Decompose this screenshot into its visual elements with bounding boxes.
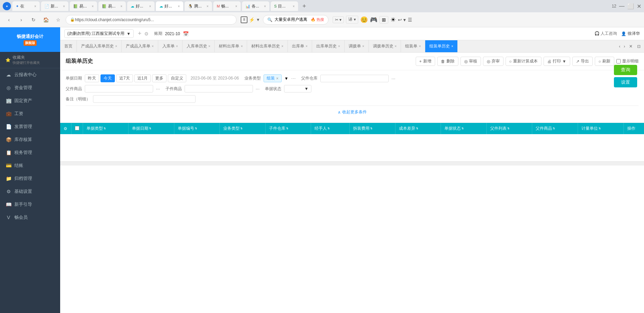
browser-tab-9[interactable]: 🐧 腾... × [185,1,212,11]
home-button[interactable]: 🏠 [41,15,51,25]
sidebar-item-inventory[interactable]: 📦 库存核算 [0,133,60,146]
tab-close-11[interactable]: × [264,4,266,8]
back-button[interactable]: ‹ [4,15,14,25]
tab-close-assembly[interactable]: × [419,44,421,48]
th-order-no[interactable]: 单据编号 ⇅ [174,123,220,134]
query-button[interactable]: 查询 [614,65,637,75]
translate-tool[interactable]: 译 ▾ [346,16,358,24]
tabs-expand-button[interactable]: ⊡ [635,40,643,53]
emoji-tool[interactable]: 😊 [360,16,368,24]
sidebar-item-archive[interactable]: 📁 归档管理 [0,172,60,185]
tab-close-prod-inbound[interactable]: × [152,44,154,48]
tabs-close-all-button[interactable]: × [627,40,634,53]
business-type-dropdown[interactable]: ▼ [284,76,289,81]
company-selector[interactable]: (勿删勿禁用) 江西服宝测试专用 ▼ [64,29,134,38]
calendar-icon[interactable]: 📅 [183,31,189,37]
tab-close-4[interactable]: × [120,4,122,8]
close-window-button[interactable]: ✕ [637,3,641,10]
child-goods-input[interactable] [185,85,253,93]
undo-tool[interactable]: ↩ ▾ [398,17,406,23]
address-bar[interactable]: 🔒 https://cloud.chanjet.com/accounting/u… [66,15,237,25]
th-unit[interactable]: 计量单位 ⇅ [578,123,623,134]
show-detail-checkbox[interactable]: 显示明细 [616,58,639,64]
show-detail-input[interactable] [616,59,621,63]
page-tab-inbound[interactable]: 入库单 × [158,40,183,53]
th-handler[interactable]: 经手人 ⇅ [311,123,350,134]
tab-close-12[interactable]: × [293,4,295,8]
delete-button[interactable]: 🗑 删除 [437,57,458,66]
page-tab-assembly-history[interactable]: 组装单历史 × [425,40,458,53]
collapse-button[interactable]: ∧ 收起更多条件 [338,107,367,117]
add-company-button[interactable]: + [138,30,142,37]
recalculate-button[interactable]: ○ 重新计算成本 [506,57,541,66]
browser-search-box[interactable]: 🔍 大量安卓用户逃离 🔥 热搜 [263,15,328,25]
parent-warehouse-dots[interactable]: ··· [391,76,395,81]
tab-close-3[interactable]: × [92,4,94,8]
tab-close-5[interactable]: × [149,4,151,8]
page-tab-outbound-history[interactable]: 出库单历史 × [312,40,345,53]
sidebar-item-cloud-report[interactable]: ☁ 云报表中心 [0,68,60,81]
sidebar-item-invoice[interactable]: 📄 发票管理 [0,120,60,133]
page-tab-production-inbound-history[interactable]: 产成品入库单历史 × [77,40,122,53]
date-btn-1month[interactable]: 近1月 [134,74,151,82]
date-btn-more[interactable]: 更多 [152,74,166,82]
brightness-tool[interactable]: ☀ [390,16,396,24]
th-cost-diff[interactable]: 成本差异 ⇅ [395,123,441,134]
th-order-type[interactable]: 单据类型 ⇅ [83,123,129,134]
browser-tab-5[interactable]: ☁ 好... × [127,1,155,11]
th-biz-type[interactable]: 业务类型 ⇅ [220,123,266,134]
page-tab-home[interactable]: 首页 [60,40,77,53]
sidebar-favorites[interactable]: ⭐ 收藏夹 快捷键打开收藏夹 [0,52,60,68]
browser-tab-4[interactable]: 📗 易... × [98,1,126,11]
select-all-checkbox[interactable] [75,126,79,130]
th-order-date[interactable]: 单据日期 ⇅ [129,123,174,134]
dropdown-button[interactable]: ▼ [256,17,260,22]
th-parent-goods[interactable]: 父件商品 ⇅ [532,123,578,134]
tab-close-mat-outbound[interactable]: × [241,44,243,48]
parent-warehouse-input[interactable] [320,75,389,82]
menu-tool[interactable]: ☰ [408,17,412,23]
browser-tab-11[interactable]: 📊 各... × [242,1,269,11]
tab-close-transfer-hist[interactable]: × [395,44,397,48]
th-settings[interactable]: ⚙ [60,123,71,134]
grid-view-button[interactable]: ⠿ [241,16,247,23]
settings-gear-icon[interactable]: ⚙ [144,31,149,37]
audit-button[interactable]: ◎ 审核 [460,57,481,66]
restore-button[interactable]: ⬜ [627,3,634,10]
cut-tool[interactable]: ✂ ▾ [333,16,344,23]
parent-goods-input[interactable] [85,85,153,93]
tab-close-1[interactable]: × [34,4,36,8]
minimize-button[interactable]: — [619,3,625,9]
date-btn-yesterday[interactable]: 昨天 [85,74,99,82]
refresh-data-button[interactable]: ○ 刷新 [595,57,614,66]
sidebar-item-member[interactable]: V 畅会员 [0,211,60,224]
page-tab-production-inbound[interactable]: 产成品入库单 × [122,40,158,53]
settings-button[interactable]: 设置 [614,77,637,87]
export-button[interactable]: ↗ 导出 [572,57,593,66]
unaudit-button[interactable]: ◎ 弃审 [483,57,504,66]
date-btn-custom[interactable]: 自定义 [168,74,186,82]
page-tab-transfer-history[interactable]: 调拨单历史 × [369,40,401,53]
browser-tab-12[interactable]: S 目... × [271,1,298,11]
page-tab-outbound[interactable]: 出库单 × [288,40,312,53]
page-tab-transfer[interactable]: 调拨单 × [345,40,369,53]
tab-close-transfer[interactable]: × [362,44,364,48]
apps-tool[interactable]: ⊞ [379,16,388,24]
browser-tab-1[interactable]: ✦ 在 × [12,1,40,11]
tab-close-outbound[interactable]: × [306,44,308,48]
sidebar-item-guide[interactable]: 📖 新手引导 [0,198,60,211]
tab-close-assembly-hist[interactable]: × [451,44,453,48]
browser-tab-8[interactable]: ☁ 好... × [156,1,183,11]
sidebar-item-wages[interactable]: 💼 工资 [0,107,60,120]
forward-button[interactable]: › [16,15,26,25]
refresh-button[interactable]: ↻ [29,15,38,25]
sidebar-item-settlement[interactable]: 💳 结账 [0,159,60,172]
date-btn-7days[interactable]: 近7天 [116,74,133,82]
browser-tab-3[interactable]: 📗 易... × [70,1,97,11]
date-btn-today[interactable]: 今天 [100,74,115,82]
bookmark-button[interactable]: ☆ [53,15,63,25]
page-tab-inbound-history[interactable]: 入库单历史 × [183,40,215,53]
add-button[interactable]: + 新增 [416,57,435,66]
sidebar-item-tax[interactable]: 📋 税务管理 [0,146,60,159]
game-tool[interactable]: 🎮 [370,16,377,24]
